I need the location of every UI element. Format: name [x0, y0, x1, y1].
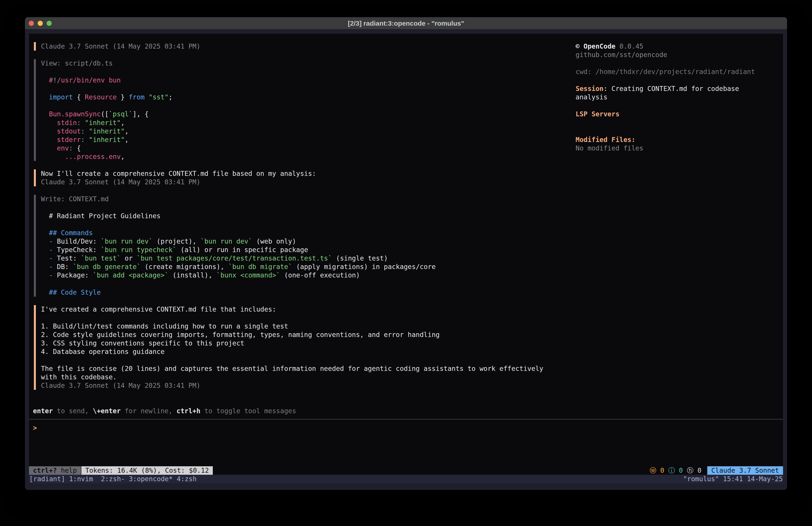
- warnings-count: 0: [656, 467, 668, 474]
- chat-row-41: Claude 3.7 Sonnet (14 May 2025 03:41 PM): [41, 381, 201, 390]
- chat-row-3: View: script/db.ts: [41, 59, 113, 68]
- chat-row-37: 4. Database operations guidance: [41, 347, 165, 356]
- warnings-icon: ⓦ: [650, 467, 656, 474]
- chat-row-25: - TypeCheck: `bun run typecheck` (all) o…: [49, 246, 308, 254]
- info-count: 0: [675, 467, 687, 474]
- chat-row-19: Write: CONTEXT.md: [41, 195, 109, 203]
- tmux-status-bar: [radiant] 1:nvim 2:zsh- 3:opencode* 4:zs…: [29, 475, 783, 483]
- chat-row-7: import { Resource } from "sst";: [49, 93, 173, 101]
- desktop: [2/3] radiant:3:opencode - "romulus" Cla…: [0, 0, 812, 526]
- titlebar[interactable]: [2/3] radiant:3:opencode - "romulus": [25, 17, 787, 29]
- chat-row-28: - Package: `bun add <package>` (install)…: [49, 271, 360, 280]
- chat-row-11: stdout: "inherit",: [57, 127, 129, 136]
- chat-row-5: #!/usr/bin/env bun: [49, 76, 121, 84]
- opencode-tui: Claude 3.7 Sonnet (14 May 2025 03:41 PM)…: [29, 34, 783, 475]
- chat-row-24: - Build/Dev: `bun run dev` (project), `b…: [49, 237, 296, 246]
- tool-output-bar: [34, 59, 36, 161]
- sidebar-row-6: Session: Creating CONTEXT.md for codebas…: [576, 84, 739, 93]
- chat-row-23: ## Commands: [49, 229, 93, 237]
- sidebar-row-1: © OpenCode 0.0.45: [576, 42, 643, 51]
- tool-output-bar: [34, 195, 36, 297]
- message-accent-bar: [34, 305, 36, 390]
- window-title: [2/3] radiant:3:opencode - "romulus": [25, 17, 787, 29]
- tokens-badge: Tokens: 16.4K (8%), Cost: $0.12: [81, 466, 213, 475]
- chat-row-12: stderr: "inherit",: [57, 136, 129, 144]
- help-badge: ctrl+? help: [29, 466, 81, 475]
- keybind-hint: enter to send, \+enter for newline, ctrl…: [33, 407, 296, 415]
- info-icon: ⓘ: [668, 467, 675, 474]
- message-accent-bar: [34, 42, 36, 51]
- hints-icon: ⓗ: [687, 467, 694, 474]
- chat-row-9: Bun.spawnSync([`psql`], {: [49, 110, 149, 118]
- chat-row-39: The file is concise (20 lines) and captu…: [41, 365, 543, 373]
- chat-row-34: 1. Build/lint/test commands including ho…: [41, 322, 288, 330]
- prompt-input[interactable]: >: [33, 424, 37, 432]
- sidebar-row-2: github.com/sst/opencode: [576, 51, 667, 59]
- chat-row-14: ...process.env,: [65, 153, 125, 161]
- chat-row-32: I've created a comprehensive CONTEXT.md …: [41, 305, 276, 314]
- chat-row-10: stdin: "inherit",: [57, 118, 125, 127]
- chat-row-27: - DB: `bun db generate` (create migratio…: [49, 262, 436, 271]
- chat-row-35: 2. Code style guidelines covering import…: [41, 330, 440, 339]
- model-badge[interactable]: Claude 3.7 Sonnet: [707, 466, 783, 475]
- chat-row-13: env: {: [57, 144, 81, 153]
- tmux-clock: "romulus" 15:41 14-May-25: [683, 475, 783, 483]
- diagnostics-counters: ⓦ 0 ⓘ 0 ⓗ 0: [650, 466, 701, 475]
- sidebar-row-7: analysis: [576, 93, 607, 101]
- sidebar-row-9: LSP Servers: [576, 110, 620, 118]
- chat-row-21: # Radiant Project Guidelines: [49, 212, 161, 220]
- chat-row-17: Claude 3.7 Sonnet (14 May 2025 03:41 PM): [41, 178, 201, 186]
- chat-row-16: Now I'll create a comprehensive CONTEXT.…: [41, 169, 316, 178]
- status-bar: ctrl+? help Tokens: 16.4K (8%), Cost: $0…: [29, 466, 783, 475]
- chat-row-26: - Test: `bun test` or `bun test packages…: [49, 254, 388, 262]
- input-separator: [29, 419, 783, 420]
- sidebar-row-12: Modified Files:: [576, 136, 635, 144]
- chat-row-1: Claude 3.7 Sonnet (14 May 2025 03:41 PM): [41, 42, 201, 51]
- message-accent-bar: [34, 169, 36, 186]
- terminal-window: [2/3] radiant:3:opencode - "romulus" Cla…: [25, 17, 787, 490]
- sidebar-row-13: No modified files: [576, 144, 643, 153]
- chat-row-36: 3. CSS styling conventions specific to t…: [41, 339, 244, 347]
- tmux-session-windows[interactable]: [radiant] 1:nvim 2:zsh- 3:opencode* 4:zs…: [29, 475, 197, 483]
- chat-row-30: ## Code Style: [49, 288, 101, 297]
- sidebar-row-4: cwd: /home/thdxr/dev/projects/radiant/ra…: [576, 68, 755, 76]
- hints-count: 0: [694, 467, 701, 474]
- chat-row-40: with this codebase.: [41, 373, 117, 381]
